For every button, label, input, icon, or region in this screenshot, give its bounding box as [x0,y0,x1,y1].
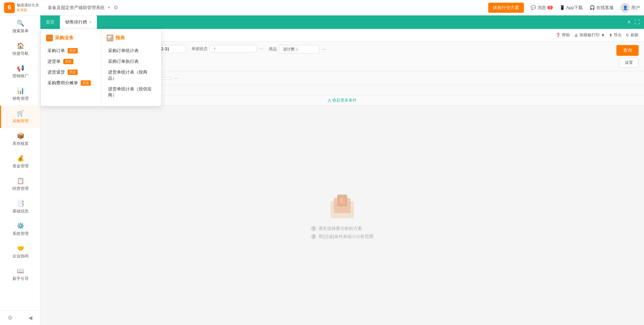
sidebar-collapse-btn[interactable]: ◀ [27,313,34,322]
empty-illustration: ! [325,191,359,221]
menu-item-return[interactable]: 进货退货 历史 [46,67,96,78]
export-icon: ⬆ [609,33,612,38]
title-settings-icon[interactable]: ⚙ [113,4,118,11]
sidebar-item-inventory[interactable]: 📦 库存核算 [0,128,40,151]
app-download-btn[interactable]: 📱 App下载 [560,5,583,11]
goods-input[interactable]: 设计费 × [279,45,319,53]
dropdown-menu: 🛒 采购业务 采购订单 历史 进货单 历史 进货退货 历史 采购费用分摊单 历史 [40,29,162,106]
home-icon: 🏠 [17,42,24,49]
tab-sales-rank[interactable]: 销售排行榜 × [60,15,97,29]
sidebar-item-purchase[interactable]: 🛒 采购管理 [0,106,40,128]
search-icon: 🔍 [17,19,24,27]
sidebar-settings-btn[interactable]: ⚙ [6,313,14,322]
query-btn-area: 查询 设置 [616,45,639,68]
goods-tag: 设计费 × [282,46,299,52]
phone-icon: 📱 [560,5,565,10]
menu-badge-receipt: 历史 [63,59,73,64]
empty-state: ! 1 请先选择要分析的方案 2 用[过滤]条件来缩小分析范围 [40,106,644,325]
goods-dots-btn[interactable]: ⋯ [321,47,326,52]
help-btn[interactable]: ❓ 帮助 [556,32,570,38]
sidebar-footer: ⚙ ◀ [0,310,40,325]
goods-label: 商品 [269,46,277,52]
enterprise-icon: 🤝 [17,245,24,252]
menu-item-po[interactable]: 采购订单 历史 [46,45,96,56]
filter-actions: ❓ 帮助 🖨 按模板打印 ▼ ⬆ 导出 ↻ 刷新 [556,32,639,38]
menu-col-purchase: 🛒 采购业务 采购订单 历史 进货单 历史 进货退货 历史 采购费用分摊单 历史 [41,29,101,106]
header-right: 💬 消息 9 📱 App下载 🎧 在线客服 👤 用户 [531,3,640,12]
refresh-btn[interactable]: ↻ 刷新 [626,32,639,38]
online-service-btn[interactable]: 🎧 在线客服 [589,5,614,11]
svg-text:!: ! [341,198,342,203]
refresh-icon: ↻ [626,33,629,38]
logo-badge: 标准版 [17,8,39,12]
print-icon: 🖨 [574,33,578,38]
goods-tag-remove[interactable]: × [295,47,297,51]
sidebar-item-sales[interactable]: 📊 销售管理 [0,83,40,106]
avatar: 👤 [620,3,630,12]
tab-close-all-btn[interactable]: × [628,19,631,25]
menu-item-receipt-goods[interactable]: 进货单统计表（按商品） [107,67,156,84]
settings-btn[interactable]: 设置 [619,58,639,68]
empty-tip-2: 2 用[过滤]条件来缩小分析范围 [311,234,373,240]
salesperson-dots-btn[interactable]: ⋯ [174,76,178,81]
status-label: 单据状态 [191,46,208,52]
collapse-icon: ⋀ [328,98,331,103]
menu-badge-po: 历史 [68,48,78,53]
purchase-title-icon: 🛒 [46,35,53,41]
menu-item-receipt[interactable]: 进货单 历史 [46,56,96,67]
inventory-icon: 📦 [17,132,24,139]
sidebar-item-nav[interactable]: 🏠 快捷导航 [0,38,40,60]
tab-bar: 首页 销售排行榜 × × ⛶ [40,15,644,29]
menu-col-report: 📊 报表 采购订单统计表 采购订单执行表 进货单统计表（按商品） 进货单统计表（… [101,29,162,106]
empty-tips: 1 请先选择要分析的方案 2 用[过滤]条件来缩小分析范围 [311,226,373,240]
sidebar-item-search[interactable]: 🔍 搜索菜单 [0,15,40,38]
info-icon: 📑 [17,200,24,207]
system-icon: ⚙️ [17,222,24,230]
tab-close-btn[interactable]: × [89,20,92,25]
menu-item-receipt-supplier[interactable]: 进货单统计表（按供应商） [107,84,156,100]
print-dropdown-icon[interactable]: ▼ [601,33,605,38]
logo-name: 畅捷通好生意 [17,3,39,7]
print-btn[interactable]: 🖨 按模板打印 ▼ [574,32,605,38]
finance-icon: 💰 [17,155,24,162]
tab-home[interactable]: 首页 [40,15,60,29]
sidebar-item-guide[interactable]: 📖 新手引导 [0,263,40,286]
message-icon: 💬 [531,5,536,10]
query-btn[interactable]: 查询 [616,45,639,56]
user-btn[interactable]: 👤 用户 [620,3,640,12]
operation-icon: 📋 [17,177,24,185]
message-btn[interactable]: 💬 消息 9 [531,5,553,11]
menu-item-po-stat[interactable]: 采购订单统计表 [107,45,156,56]
sidebar-item-operation[interactable]: 📋 经营管理 [0,173,40,196]
industry-btn[interactable]: 体验行业方案 [488,3,524,13]
tab-fullscreen-btn[interactable]: ⛶ [635,19,640,25]
sidebar-item-marketing[interactable]: 📢 营销推广 [0,60,40,83]
purchase-icon: 🛒 [17,110,24,117]
headset-icon: 🎧 [589,5,595,10]
sidebar-item-system[interactable]: ⚙️ 系统管理 [0,218,40,241]
system-title-text: 装备及固定资产辅助管理系统 [48,5,105,11]
report-menu-title: 📊 报表 [107,35,156,41]
menu-badge-return: 历史 [68,70,78,75]
marketing-icon: 📢 [17,65,24,72]
title-dropdown-arrow[interactable]: ▼ [107,6,111,9]
status-dots-btn[interactable]: ⋯ [259,46,263,51]
sidebar-item-finance[interactable]: 💰 资金管理 [0,151,40,173]
top-header: 6 畅捷通好生意 标准版 装备及固定资产辅助管理系统 ▼ ⚙ 体验行业方案 💬 … [0,0,644,15]
status-filter-group: 单据状态 ▼ ⋯ [191,45,263,52]
menu-item-expense[interactable]: 采购费用分摊单 历史 [46,78,96,88]
export-btn[interactable]: ⬆ 导出 [609,32,622,38]
status-input[interactable]: ▼ [210,45,257,52]
tab-bar-actions: × ⛶ [623,19,644,25]
help-icon: ❓ [556,33,561,38]
guide-icon: 📖 [17,267,24,275]
sidebar-item-enterprise[interactable]: 🤝 企业协同 [0,241,40,263]
message-badge: 9 [547,6,553,9]
svg-point-3 [339,197,346,204]
system-title-area: 装备及固定资产辅助管理系统 ▼ ⚙ [44,4,488,11]
sales-icon: 📊 [17,87,24,94]
menu-item-po-exec[interactable]: 采购订单执行表 [107,56,156,67]
report-title-icon: 📊 [107,35,113,41]
sidebar: 🔍 搜索菜单 🏠 快捷导航 📢 营销推广 📊 销售管理 🛒 采购管理 📦 库存核… [0,15,40,325]
sidebar-item-basic-info[interactable]: 📑 基础信息 [0,196,40,218]
